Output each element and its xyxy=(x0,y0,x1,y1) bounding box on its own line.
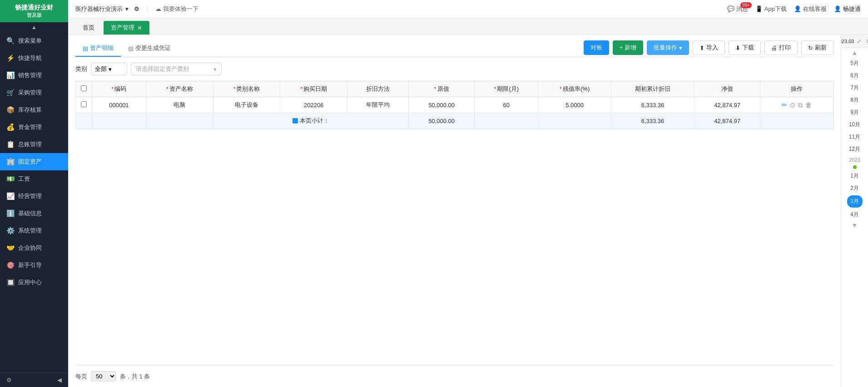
sidebar-item-payroll[interactable]: 💵工资 xyxy=(0,170,68,188)
edit-icon-0[interactable]: ✏ xyxy=(782,101,787,109)
timeline-month-current-1月[interactable]: 1月 xyxy=(841,170,868,182)
sidebar-item-basic_info[interactable]: ℹ️基础信息 xyxy=(0,205,68,222)
nav-label-enterprise: 企业协同 xyxy=(18,244,42,252)
nav-icon-system: ⚙️ xyxy=(6,227,15,235)
nav-label-payroll: 工资 xyxy=(18,175,30,183)
timeline-scroll-down[interactable]: ▼ xyxy=(851,221,859,230)
timeline-month-9月[interactable]: 9月 xyxy=(841,106,868,119)
per-page-select[interactable]: 50 100 200 xyxy=(91,371,116,382)
new-button[interactable]: + 新增 xyxy=(613,40,643,55)
print-icon: 🖨 xyxy=(771,45,777,51)
settings-icon[interactable]: ⚙ xyxy=(6,377,12,383)
timeline-month-7月[interactable]: 7月 xyxy=(841,82,868,94)
timeline-month-5月[interactable]: 5月 xyxy=(841,57,868,69)
sub-tab-voucher-gen[interactable]: ▤ 变更生成凭证 xyxy=(121,40,178,57)
nav-label-fixed_assets: 固定资产 xyxy=(18,158,42,166)
copy-icon-0[interactable]: ⊙ xyxy=(790,101,795,109)
timeline-header: 2023.03 ⤢ ✕ xyxy=(841,35,868,48)
detail-icon-0[interactable]: ⧉ xyxy=(798,101,803,109)
import-button[interactable]: ⬆ 导入 xyxy=(693,40,725,55)
sidebar-item-guide[interactable]: 🎯新手引导 xyxy=(0,257,68,274)
total-label: 条，共 1 条 xyxy=(120,372,150,381)
experience-button[interactable]: ☁ 我要体验一下 xyxy=(155,5,198,13)
tabbar: 首页 资产管理 ✕ xyxy=(68,18,868,35)
timeline-scroll-up[interactable]: ▲ xyxy=(851,48,859,57)
timeline-month-8月[interactable]: 8月 xyxy=(841,94,868,106)
sidebar-item-purchase[interactable]: 🛒采购管理 xyxy=(0,84,68,101)
collapse-icon[interactable]: ◀ xyxy=(57,377,62,383)
filter-input-dropdown-icon: ▾ xyxy=(213,66,217,73)
subtotal-blank-2 xyxy=(92,113,146,129)
sidebar-item-inventory[interactable]: 📦库存核算 xyxy=(0,101,68,119)
row-category-0: 电子设备 xyxy=(213,97,280,113)
topbar-gear-icon[interactable]: ⚙ xyxy=(134,5,139,12)
sidebar-item-search[interactable]: 🔍搜索菜单 xyxy=(0,32,68,50)
row-depreciation-method-0: 年限平均 xyxy=(347,97,409,113)
app-download-label: App下载 xyxy=(764,5,787,13)
nav-label-search: 搜索菜单 xyxy=(18,37,42,45)
sidebar-item-fixed_assets[interactable]: 🏢固定资产 xyxy=(0,153,68,170)
row-residual-rate-0: 5.0000 xyxy=(538,97,611,113)
subtotal-blank-1 xyxy=(76,113,92,129)
timeline-month-10月[interactable]: 10月 xyxy=(841,119,868,131)
timeline-month-6月[interactable]: 6月 xyxy=(841,69,868,82)
tab-home[interactable]: 首页 xyxy=(75,21,102,35)
message-button[interactable]: 💬 消息 99+ xyxy=(727,5,748,13)
app-title: 畅捷通好业财 xyxy=(15,4,53,12)
timeline-close-icon[interactable]: ✕ xyxy=(864,38,868,45)
sidebar-item-operations[interactable]: 📈经营管理 xyxy=(0,188,68,205)
col-name: *资产名称 xyxy=(146,81,213,97)
online-service-button[interactable]: 👤 在线客服 xyxy=(794,5,827,13)
delete-icon-0[interactable]: 🗑 xyxy=(805,101,812,109)
col-original-value: *原值 xyxy=(408,81,475,97)
sidebar-item-funds[interactable]: 💰资金管理 xyxy=(0,119,68,136)
pagination: 每页 50 100 200 条，共 1 条 xyxy=(75,365,833,382)
timeline-month-12月[interactable]: 12月 xyxy=(841,143,868,155)
nav-icon-search: 🔍 xyxy=(6,37,15,45)
batch-button[interactable]: 批量操作 ▾ xyxy=(647,40,689,55)
category-all-select[interactable]: 全部 ▾ xyxy=(91,63,127,75)
reconcile-button[interactable]: 对账 xyxy=(584,40,609,55)
select-all-checkbox[interactable] xyxy=(81,85,87,91)
download-icon: 📱 xyxy=(755,5,763,12)
sidebar-scroll-up[interactable]: ▲ xyxy=(0,22,68,32)
app-download-button[interactable]: 📱 App下载 xyxy=(755,5,787,13)
tab-asset-mgmt[interactable]: 资产管理 ✕ xyxy=(104,21,149,35)
timeline-year-label: 2023.03 xyxy=(841,39,854,44)
row-select-0[interactable] xyxy=(81,101,87,107)
service-icon: 👤 xyxy=(794,5,801,12)
subtotal-initial-accum-depr: 6,333.36 xyxy=(611,113,694,129)
subtotal-blank-4 xyxy=(475,113,538,129)
sidebar-item-sales[interactable]: 📊销售管理 xyxy=(0,67,68,84)
timeline-month-current-2月[interactable]: 2月 xyxy=(841,182,868,194)
category-input[interactable]: 请选择固定资产类别 ▾ xyxy=(131,63,222,75)
sidebar-item-system[interactable]: ⚙️系统管理 xyxy=(0,222,68,239)
sidebar-item-app_center[interactable]: 🔲应用中心 xyxy=(0,274,68,291)
timeline-items: ▲5月6月7月8月9月10月11月12月20231月2月3月4月▼ xyxy=(841,48,868,230)
nav-label-inventory: 库存核算 xyxy=(18,106,42,114)
table-body: 000001 电脑 电子设备 202206 年限平均 50,000.00 60 … xyxy=(76,97,833,129)
timeline-month-current-4月[interactable]: 4月 xyxy=(841,208,868,221)
timeline-month-11月[interactable]: 11月 xyxy=(841,131,868,143)
company-selector[interactable]: 医疗器械行业演示 ▾ xyxy=(75,5,129,13)
print-button[interactable]: 🖨 打印 xyxy=(764,40,798,55)
nav-label-system: 系统管理 xyxy=(18,227,42,235)
row-name-0: 电脑 xyxy=(146,97,213,113)
subtotal-original-value: 50,000.00 xyxy=(408,113,475,129)
timeline-month-current-3月[interactable]: 3月 xyxy=(847,195,863,208)
col-net-value: 净值 xyxy=(694,81,760,97)
refresh-button[interactable]: ↻ 刷新 xyxy=(801,40,833,55)
experience-text: 我要体验一下 xyxy=(163,5,198,13)
download-button[interactable]: ⬇ 下载 xyxy=(729,40,761,55)
timeline-expand-icon[interactable]: ⤢ xyxy=(855,38,863,45)
user-menu[interactable]: 👤 畅捷通 xyxy=(834,5,861,13)
sub-tab-asset-detail[interactable]: ▤ 资产明细 xyxy=(75,40,121,57)
message-badge: 99+ xyxy=(740,2,752,8)
nav-icon-general_ledger: 📋 xyxy=(6,140,15,149)
tab-close-icon[interactable]: ✕ xyxy=(137,25,142,31)
sidebar-item-general_ledger[interactable]: 📋总账管理 xyxy=(0,136,68,153)
sidebar-item-enterprise[interactable]: 🤝企业协同 xyxy=(0,239,68,257)
asset-detail-icon: ▤ xyxy=(83,45,88,52)
sidebar-item-quick_nav[interactable]: ⚡快捷导航 xyxy=(0,50,68,67)
nav-label-purchase: 采购管理 xyxy=(18,89,42,97)
